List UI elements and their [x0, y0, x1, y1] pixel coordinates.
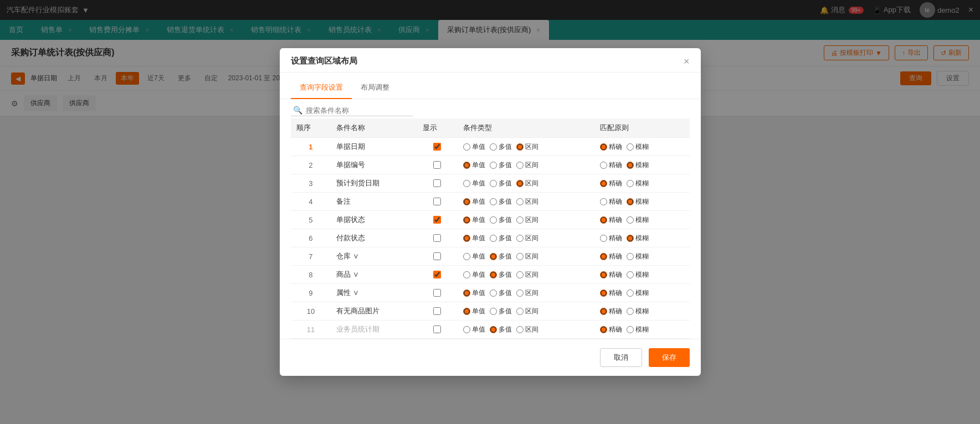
modal-search-area: 🔍: [280, 99, 701, 116]
modal-title: 设置查询区域布局: [291, 56, 357, 66]
modal-tab-fields[interactable]: 查询字段设置: [291, 79, 352, 99]
search-box: 🔍: [291, 105, 413, 116]
search-icon: 🔍: [293, 106, 302, 115]
modal-close-button[interactable]: ×: [684, 56, 690, 66]
modal-tab-layout[interactable]: 布局调整: [352, 79, 398, 99]
modal-header: 设置查询区域布局 ×: [280, 48, 701, 73]
modal-dialog: 设置查询区域布局 × 查询字段设置 布局调整 🔍 顺序: [280, 48, 701, 116]
modal-tab-layout-label: 布局调整: [361, 83, 389, 91]
search-input[interactable]: [306, 106, 406, 115]
modal-tab-fields-label: 查询字段设置: [300, 83, 343, 91]
modal-overlay[interactable]: 设置查询区域布局 × 查询字段设置 布局调整 🔍 顺序: [0, 0, 980, 116]
modal-tabs: 查询字段设置 布局调整: [280, 73, 701, 99]
